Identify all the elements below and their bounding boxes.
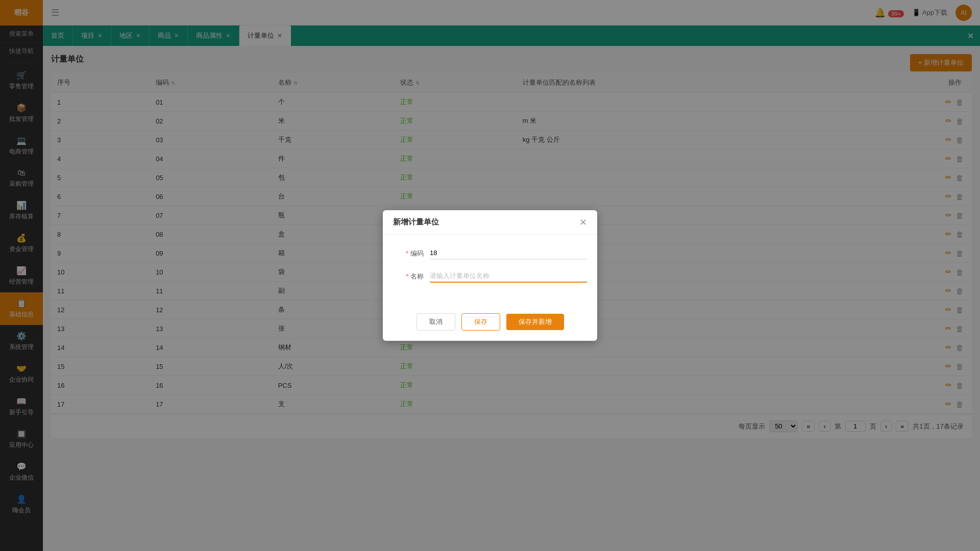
add-unit-modal: 新增计量单位 ✕ *编码 *名称 取消 保存 保存并新增	[383, 210, 597, 341]
modal-close-button[interactable]: ✕	[579, 218, 587, 227]
modal-header: 新增计量单位 ✕	[383, 210, 597, 235]
modal-body: *编码 *名称	[383, 235, 597, 305]
form-row-name: *名称	[393, 270, 587, 283]
modal-footer: 取消 保存 保存并新增	[383, 305, 597, 341]
save-new-button[interactable]: 保存并新增	[506, 314, 564, 330]
modal-overlay: 新增计量单位 ✕ *编码 *名称 取消 保存 保存并新增	[0, 0, 980, 551]
code-label: *编码	[393, 249, 424, 258]
save-button[interactable]: 保存	[461, 313, 500, 331]
name-input[interactable]	[430, 270, 587, 283]
form-row-code: *编码	[393, 247, 587, 260]
cancel-button[interactable]: 取消	[416, 313, 455, 331]
code-input[interactable]	[430, 247, 587, 260]
name-label: *名称	[393, 272, 424, 281]
modal-title: 新增计量单位	[393, 217, 439, 227]
